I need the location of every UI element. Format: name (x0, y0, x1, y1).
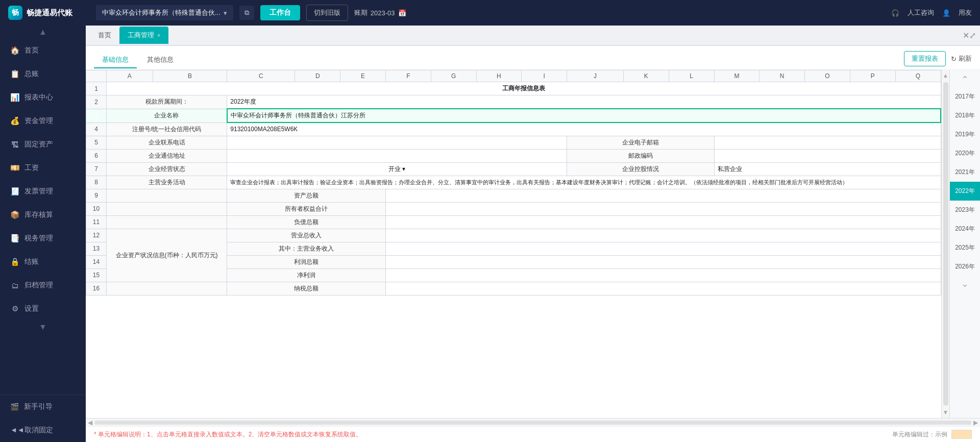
cell-revenue[interactable] (385, 229, 941, 242)
topbar: 畅 畅捷通易代账 中审众环会计师事务所（特殊普通合伙... ▾ ⧉ 工作台 切到… (0, 0, 980, 26)
cell-main-biz[interactable]: 审查企业会计报表；出具审计报告；验证企业资本；出具验资报告；办理企业合并、分立、… (227, 176, 941, 189)
scroll-thumb[interactable] (943, 82, 948, 406)
col-n: N (760, 70, 805, 82)
cell-reg-code[interactable]: 91320100MA208E5W6K (227, 122, 941, 136)
year-scroll-up[interactable]: ⌃ (959, 72, 971, 87)
sidebar-item-salary[interactable]: 💴 工资 (0, 156, 86, 180)
consult-icon: 🎧 (891, 9, 899, 17)
sidebar-item-report[interactable]: 📊 报表中心 (0, 86, 86, 109)
cell-2-value[interactable]: 2022年度 (227, 95, 941, 109)
copy-button[interactable]: ⧉ (239, 6, 254, 20)
hscroll-left-arrow[interactable]: ◀ (88, 419, 92, 426)
cell-assets[interactable] (385, 189, 941, 202)
h-scrollbar[interactable]: ◀ ▶ (86, 418, 980, 426)
sidebar-item-archive[interactable]: 🗂 归档管理 (0, 274, 86, 297)
row-num-8: 8 (86, 176, 107, 189)
sidebar-label-report: 报表中心 (24, 93, 53, 102)
assets-icon: 🏗 (10, 140, 19, 149)
sub-tab-other[interactable]: 其他信息 (139, 52, 182, 68)
window-expand-button[interactable]: ⤢ (969, 31, 976, 40)
refresh-button[interactable]: ↻ 刷新 (951, 54, 972, 63)
cell-holding[interactable]: 私营企业 (714, 162, 941, 176)
cell-title[interactable]: 工商年报信息表 (106, 82, 941, 95)
sidebar-item-closing[interactable]: 🔒 结账 (0, 250, 86, 274)
cell-16-left (106, 282, 227, 295)
cell-equity[interactable] (385, 202, 941, 215)
cell-company-name[interactable]: 中审众环会计师事务所（特殊普通合伙）江苏分所 (227, 109, 941, 122)
sidebar-item-assets[interactable]: 🏗 固定资产 (0, 133, 86, 156)
company-selector[interactable]: 中审众环会计师事务所（特殊普通合伙... ▾ (96, 5, 233, 20)
cell-email[interactable] (714, 136, 941, 149)
sidebar-label-home: 首页 (24, 46, 39, 55)
cell-net-profit[interactable] (385, 268, 941, 282)
year-2019[interactable]: 2019年 (950, 125, 980, 144)
year-2022[interactable]: 2022年 (950, 182, 980, 201)
sidebar-item-home[interactable]: 🏠 首页 (0, 39, 86, 62)
cell-zip[interactable] (714, 149, 941, 162)
table-row: 9 资产总额 (86, 189, 941, 202)
year-2017[interactable]: 2017年 (950, 87, 980, 106)
sidebar-item-settings[interactable]: ⚙ 设置 (0, 297, 86, 321)
cell-10-left (106, 202, 227, 215)
sidebar-scroll-down[interactable]: ▼ (0, 321, 86, 334)
spreadsheet-scroll[interactable]: A B C D E F G H I J K L (86, 70, 941, 418)
cell-main-revenue[interactable] (385, 242, 941, 255)
sidebar-label-assets: 固定资产 (24, 140, 53, 149)
cell-phone[interactable] (227, 136, 567, 149)
sidebar-item-inventory[interactable]: 📦 库存核算 (0, 203, 86, 227)
calendar-icon[interactable]: 📅 (398, 9, 406, 17)
cell-debt-label: 负债总额 (227, 215, 386, 229)
table-row: 1 工商年报信息表 (86, 82, 941, 95)
year-2020[interactable]: 2020年 (950, 144, 980, 163)
cell-2-label: 税款所属期间： (106, 95, 227, 109)
cell-edit-tip: * 单元格编辑说明：1、点击单元格直接录入数值或文本。2、清空单元格数值或文本恢… (94, 430, 362, 439)
sidebar-item-ledger[interactable]: 📋 总账 (0, 62, 86, 86)
year-2025[interactable]: 2025年 (950, 238, 980, 257)
right-info: 单元格编辑过：示例 (892, 430, 972, 439)
sub-tab-basic[interactable]: 基础信息 (94, 52, 137, 68)
period-label: 账期 (354, 8, 368, 17)
sidebar-scroll-up[interactable]: ▲ (0, 26, 86, 39)
consult-button[interactable]: 人工咨询 (908, 8, 934, 17)
cell-debt[interactable] (385, 215, 941, 229)
sidebar-label-tax: 税务管理 (24, 234, 53, 243)
year-scroll-down[interactable]: ⌄ (959, 276, 971, 291)
year-2026[interactable]: 2026年 (950, 257, 980, 276)
year-2023[interactable]: 2023年 (950, 201, 980, 219)
window-close-button[interactable]: ✕ (963, 31, 969, 40)
year-2018[interactable]: 2018年 (950, 106, 980, 125)
table-row: 10 所有者权益合计 (86, 202, 941, 215)
refresh-label: 刷新 (959, 54, 972, 63)
col-i: I (522, 70, 567, 82)
workbench-button[interactable]: 工作台 (260, 5, 300, 20)
tab-close-icon[interactable]: × (157, 32, 160, 38)
cell-profit-total[interactable] (385, 255, 941, 268)
cell-address[interactable] (227, 149, 567, 162)
sidebar-item-invoice[interactable]: 🧾 发票管理 (0, 180, 86, 203)
tab-gongshang[interactable]: 工商管理 × (119, 27, 168, 44)
sidebar-unpin[interactable]: ◄◄取消固定 (0, 419, 86, 442)
cell-biz-status[interactable]: 开业 ▾ (227, 162, 567, 176)
sub-tab-actions: 重置报表 ↻ 刷新 (904, 51, 972, 69)
cell-tax-total[interactable] (385, 282, 941, 295)
year-2024[interactable]: 2024年 (950, 219, 980, 238)
year-2021[interactable]: 2021年 (950, 163, 980, 182)
hscroll-track[interactable] (94, 421, 971, 425)
cell-main-revenue-label: 其中：主营业务收入 (227, 242, 386, 255)
main-content: 基础信息 其他信息 重置报表 ↻ 刷新 (86, 46, 980, 442)
sidebar-item-tax[interactable]: 📑 税务管理 (0, 227, 86, 250)
hscroll-right-arrow[interactable]: ▶ (973, 419, 978, 426)
chevron-down-icon: ▾ (224, 9, 227, 17)
table-row: 7 企业经营状态 开业 ▾ 企业控股情况 私营企业 (86, 162, 941, 176)
cell-zip-label: 邮政编码 (567, 149, 714, 162)
bottom-bar: * 单元格编辑说明：1、点击单元格直接录入数值或文本。2、清空单元格数值或文本恢… (86, 426, 980, 442)
col-m: M (714, 70, 760, 82)
switch-old-button[interactable]: 切到旧版 (306, 5, 348, 21)
reset-report-button[interactable]: 重置报表 (904, 51, 946, 66)
sidebar-new-guide[interactable]: 🎬 新手引导 (0, 395, 86, 419)
tab-home[interactable]: 首页 (90, 27, 119, 44)
sidebar-item-finance[interactable]: 💰 资金管理 (0, 109, 86, 133)
vertical-scrollbar[interactable]: ▲ ▼ (941, 70, 949, 418)
user-label[interactable]: 用友 (959, 8, 972, 17)
col-e: E (340, 70, 386, 82)
